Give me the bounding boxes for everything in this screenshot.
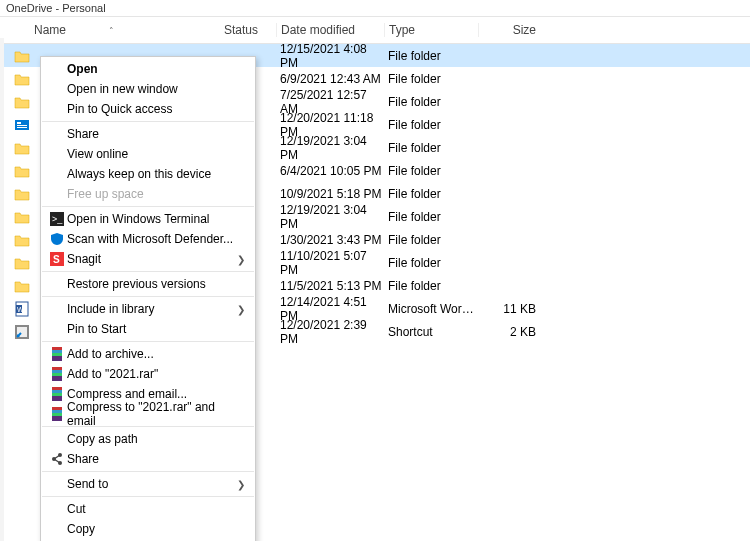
file-type: File folder	[384, 187, 478, 201]
menu-separator	[42, 341, 254, 342]
terminal-icon: >_	[47, 212, 67, 226]
menu-item[interactable]: Scan with Microsoft Defender...	[41, 229, 255, 249]
svg-rect-24	[52, 390, 62, 393]
column-name-label: Name	[34, 23, 66, 37]
svg-rect-21	[52, 373, 62, 376]
column-status[interactable]: Status	[224, 23, 276, 37]
column-type[interactable]: Type	[384, 23, 478, 37]
chevron-right-icon: ❯	[237, 254, 245, 265]
file-type: File folder	[384, 164, 478, 178]
folder-icon	[14, 72, 34, 86]
menu-separator	[42, 121, 254, 122]
folder-icon	[14, 279, 34, 293]
sort-indicator-icon: ˄	[109, 26, 114, 36]
file-type: File folder	[384, 256, 478, 270]
menu-item-label: Snagit	[67, 252, 237, 266]
menu-item-label: Compress to "2021.rar" and email	[67, 400, 245, 428]
file-type: File folder	[384, 72, 478, 86]
menu-item[interactable]: Restore previous versions	[41, 274, 255, 294]
context-menu[interactable]: OpenOpen in new windowPin to Quick acces…	[40, 56, 256, 541]
chevron-right-icon: ❯	[237, 479, 245, 490]
menu-item[interactable]: Send to❯	[41, 474, 255, 494]
folder-icon	[14, 164, 34, 178]
file-size: 11 KB	[478, 302, 536, 316]
menu-item[interactable]: View online	[41, 144, 255, 164]
svg-text:S: S	[53, 254, 60, 265]
folder-icon	[14, 210, 34, 224]
menu-item-label: Share	[67, 452, 245, 466]
svg-rect-19	[52, 367, 62, 370]
svg-text:W: W	[17, 306, 24, 313]
file-date: 6/4/2021 10:05 PM	[276, 164, 384, 178]
svg-point-30	[52, 457, 56, 461]
app-icon	[14, 118, 34, 132]
file-type: File folder	[384, 118, 478, 132]
file-date: 1/30/2021 3:43 PM	[276, 233, 384, 247]
rar-icon	[47, 406, 67, 422]
file-type: File folder	[384, 141, 478, 155]
menu-item[interactable]: Cut	[41, 499, 255, 519]
folder-icon	[14, 187, 34, 201]
column-name[interactable]: Name ˄	[34, 23, 224, 37]
file-type: File folder	[384, 233, 478, 247]
folder-icon	[14, 233, 34, 247]
menu-item-label: Send to	[67, 477, 237, 491]
file-type: File folder	[384, 279, 478, 293]
menu-item-label: Pin to Start	[67, 322, 245, 336]
snagit-icon: S	[47, 252, 67, 266]
menu-item[interactable]: Compress to "2021.rar" and email	[41, 404, 255, 424]
folder-icon	[14, 256, 34, 270]
menu-item-label: Compress and email...	[67, 387, 245, 401]
svg-rect-25	[52, 393, 62, 396]
file-date: 11/5/2021 5:13 PM	[276, 279, 384, 293]
menu-item: Free up space	[41, 184, 255, 204]
menu-item[interactable]: >_Open in Windows Terminal	[41, 209, 255, 229]
file-date: 6/9/2021 12:43 AM	[276, 72, 384, 86]
menu-separator	[42, 471, 254, 472]
shortcut-icon	[14, 324, 34, 340]
menu-item[interactable]: Pin to Start	[41, 319, 255, 339]
svg-rect-16	[52, 350, 62, 353]
file-type: Shortcut	[384, 325, 478, 339]
menu-item[interactable]: Add to archive...	[41, 344, 255, 364]
file-date: 11/10/2021 5:07 PM	[276, 249, 384, 277]
folder-icon	[14, 141, 34, 155]
column-size[interactable]: Size	[478, 23, 536, 37]
svg-point-31	[58, 453, 62, 457]
menu-item[interactable]: Share	[41, 124, 255, 144]
share-icon	[47, 452, 67, 466]
menu-item-label: Free up space	[67, 187, 245, 201]
file-date: 12/15/2021 4:08 PM	[276, 42, 384, 70]
menu-item-label: Open in Windows Terminal	[67, 212, 245, 226]
file-type: File folder	[384, 95, 478, 109]
svg-rect-1	[17, 122, 21, 124]
menu-item[interactable]: Add to "2021.rar"	[41, 364, 255, 384]
svg-rect-27	[52, 407, 62, 410]
rar-icon	[47, 386, 67, 402]
svg-rect-28	[52, 410, 62, 413]
svg-rect-29	[52, 413, 62, 416]
menu-separator	[42, 206, 254, 207]
menu-item[interactable]: Include in library❯	[41, 299, 255, 319]
rar-icon	[47, 366, 67, 382]
menu-item[interactable]: SSnagit❯	[41, 249, 255, 269]
column-date[interactable]: Date modified	[276, 23, 384, 37]
menu-item[interactable]: Pin to Quick access	[41, 99, 255, 119]
file-size: 2 KB	[478, 325, 536, 339]
file-date: 12/19/2021 3:04 PM	[276, 134, 384, 162]
menu-item[interactable]: Copy as path	[41, 429, 255, 449]
menu-item[interactable]: Copy	[41, 519, 255, 539]
menu-item[interactable]: Always keep on this device	[41, 164, 255, 184]
doc-icon: W	[14, 301, 34, 317]
menu-item[interactable]: Open	[41, 59, 255, 79]
menu-item-label: Cut	[67, 502, 245, 516]
svg-point-32	[58, 461, 62, 465]
menu-item[interactable]: Share	[41, 449, 255, 469]
svg-rect-23	[52, 387, 62, 390]
folder-icon	[14, 49, 34, 63]
column-headers: Name ˄ Status Date modified Type Size	[0, 17, 750, 44]
menu-item-label: Copy as path	[67, 432, 245, 446]
menu-item-label: Add to "2021.rar"	[67, 367, 245, 381]
chevron-right-icon: ❯	[237, 304, 245, 315]
menu-item[interactable]: Open in new window	[41, 79, 255, 99]
